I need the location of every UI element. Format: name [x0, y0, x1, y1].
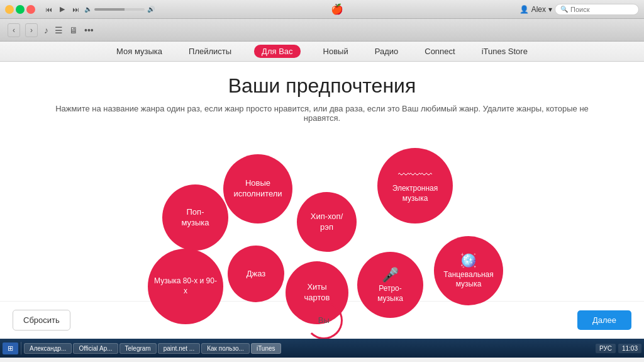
apple-logo: 🍎: [331, 3, 343, 15]
user-chevron-icon: ▾: [548, 5, 552, 14]
bubble-label: Ретро-музыка: [377, 284, 403, 303]
bubble-label: Хип-хоп/рэп: [311, 212, 343, 233]
bubble-electronic[interactable]: 〰〰〰 Электронная музыка: [377, 148, 453, 223]
next-button[interactable]: ⏭: [70, 4, 82, 14]
bubble-retro[interactable]: 🎤 Ретро-музыка: [357, 252, 423, 318]
bubble-new-artists[interactable]: Новые исполнители: [223, 154, 292, 223]
bubble-label: Музыка 80-х и 90-х: [154, 276, 217, 296]
title-bar-right: 👤 Alex ▾ 🔍: [519, 4, 639, 15]
list-icon[interactable]: ☰: [53, 24, 64, 37]
bubble-dance[interactable]: 🪩 Танцевальнаямузыка: [434, 236, 503, 305]
back-button[interactable]: ‹: [8, 23, 20, 37]
taskbar-item-howto[interactable]: Как пользо...: [201, 343, 250, 354]
search-input[interactable]: [570, 6, 633, 13]
taskbar-item-itunes[interactable]: iTunes: [251, 343, 281, 354]
page-title: Ваши предпочтения: [228, 74, 416, 98]
bubble-hiphop[interactable]: Хип-хоп/рэп: [297, 192, 357, 252]
title-bar: ⏮ ▶ ⏭ 🔈 🔊 🍎 👤 Alex ▾ 🔍: [0, 0, 644, 19]
prev-button[interactable]: ⏮: [43, 4, 55, 14]
taskbar-item-official[interactable]: Official Ap...: [73, 343, 118, 354]
search-icon: 🔍: [560, 6, 568, 13]
bubble-label: Электронная музыка: [392, 184, 438, 203]
forward-button[interactable]: ›: [25, 23, 38, 37]
volume-control: 🔈 🔊: [84, 6, 155, 13]
toolbar: ‹ › ♪ ☰ 🖥 •••: [0, 19, 644, 42]
taskbar-item-telegram[interactable]: Telegram: [119, 343, 157, 354]
taskbar-right: РУС 11:03: [596, 344, 641, 353]
bubble-pop[interactable]: Поп-музыка: [162, 184, 228, 251]
sys-tray: РУС: [596, 344, 616, 353]
taskbar-item-paintnet[interactable]: paint.net ...: [158, 343, 200, 354]
user-area[interactable]: 👤 Alex ▾: [519, 5, 552, 14]
username-label: Alex: [531, 5, 546, 14]
next-button[interactable]: Далее: [577, 310, 631, 330]
play-button[interactable]: ▶: [57, 4, 67, 14]
search-box[interactable]: 🔍: [555, 4, 639, 15]
main-content: Ваши предпочтения Нажмите на название жа…: [0, 62, 644, 339]
reset-button[interactable]: Сбросить: [13, 310, 70, 331]
bottom-bar: Сбросить Вы Далее: [0, 301, 644, 339]
bubble-jazz[interactable]: Джаз: [228, 246, 284, 302]
taskbar-item-alexander[interactable]: Александр...: [24, 343, 72, 354]
nav-item-my-music[interactable]: Моя музыка: [113, 45, 166, 57]
bubble-label: Танцевальнаямузыка: [443, 270, 493, 289]
bubble-label: Хитычартов: [304, 282, 330, 303]
bubble-label: Новые исполнители: [230, 178, 286, 200]
nav-item-itunes-store[interactable]: iTunes Store: [478, 45, 531, 57]
you-label: Вы: [318, 315, 330, 325]
minimize-button[interactable]: [5, 5, 14, 14]
nav-item-playlists[interactable]: Плейлисты: [185, 45, 235, 57]
more-icon[interactable]: •••: [83, 24, 95, 37]
toolbar-icons: ♪ ☰ 🖥 •••: [43, 24, 95, 37]
bubble-label: Джаз: [247, 269, 266, 280]
screen-icon[interactable]: 🖥: [68, 24, 79, 37]
start-button[interactable]: ⊞: [3, 342, 18, 354]
maximize-button[interactable]: [16, 5, 25, 14]
bubble-icon: 🎤: [377, 266, 403, 285]
title-bar-center: 🍎: [331, 3, 343, 15]
bubble-80s90s[interactable]: Музыка 80-х и 90-х: [148, 249, 223, 324]
nav-item-connect[interactable]: Connect: [421, 45, 458, 57]
volume-slider[interactable]: [94, 8, 145, 11]
nav-item-radio[interactable]: Радио: [371, 45, 402, 57]
nav-item-new[interactable]: Новый: [319, 45, 352, 57]
bubble-icon: 〰〰〰: [384, 168, 447, 183]
bubble-icon: 🪩: [443, 252, 493, 270]
nav-item-for-you[interactable]: Для Вас: [254, 45, 300, 58]
you-circle: Вы: [305, 302, 343, 339]
music-icon[interactable]: ♪: [43, 24, 50, 37]
bubbles-area: Новые исполнители Поп-музыка Хип-хоп/рэп…: [0, 129, 644, 301]
clock: 11:03: [618, 344, 641, 353]
page-subtitle: Нажмите на название жанра один раз, если…: [39, 104, 605, 123]
lang-label: РУС: [599, 345, 612, 352]
bubble-label: Поп-музыка: [181, 207, 209, 229]
title-bar-left: ⏮ ▶ ⏭ 🔈 🔊: [5, 4, 155, 14]
taskbar: ⊞ Александр... Official Ap... Telegram p…: [0, 339, 644, 358]
close-button[interactable]: [26, 5, 35, 14]
nav-menu: Моя музыка Плейлисты Для Вас Новый Радио…: [0, 42, 644, 62]
